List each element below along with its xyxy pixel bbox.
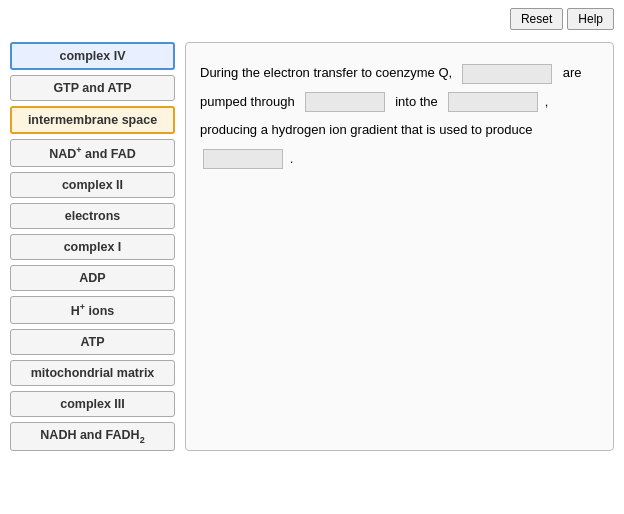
drop-area: During the electron transfer to coenzyme… [185, 42, 614, 451]
drag-items-list: complex IV GTP and ATP intermembrane spa… [10, 42, 175, 451]
drop-box-4[interactable] [203, 149, 283, 169]
drag-item-electrons[interactable]: electrons [10, 203, 175, 229]
drag-item-h-ions[interactable]: H+ ions [10, 296, 175, 324]
drag-item-complex-iii[interactable]: complex III [10, 391, 175, 417]
drag-item-complex-ii[interactable]: complex II [10, 172, 175, 198]
drop-box-3[interactable] [448, 92, 538, 112]
drag-item-complex-iv[interactable]: complex IV [10, 42, 175, 70]
main-content: complex IV GTP and ATP intermembrane spa… [0, 34, 624, 459]
drag-item-gtp-and-atp[interactable]: GTP and ATP [10, 75, 175, 101]
top-bar: Reset Help [0, 0, 624, 34]
reset-button[interactable]: Reset [510, 8, 563, 30]
drag-item-complex-i[interactable]: complex I [10, 234, 175, 260]
drop-box-2[interactable] [305, 92, 385, 112]
sentence-part5: . [290, 151, 294, 166]
help-button[interactable]: Help [567, 8, 614, 30]
drag-item-nadh-fadh2[interactable]: NADH and FADH2 [10, 422, 175, 451]
sentence-part1: During the electron transfer to coenzyme… [200, 65, 456, 80]
drop-box-1[interactable] [462, 64, 552, 84]
drag-item-mitochondrial-matrix[interactable]: mitochondrial matrix [10, 360, 175, 386]
drag-item-intermembrane-space[interactable]: intermembrane space [10, 106, 175, 134]
sentence-part3: into the [392, 94, 442, 109]
drag-item-atp[interactable]: ATP [10, 329, 175, 355]
drag-item-nad-fad[interactable]: NAD+ and FAD [10, 139, 175, 167]
drag-item-adp[interactable]: ADP [10, 265, 175, 291]
